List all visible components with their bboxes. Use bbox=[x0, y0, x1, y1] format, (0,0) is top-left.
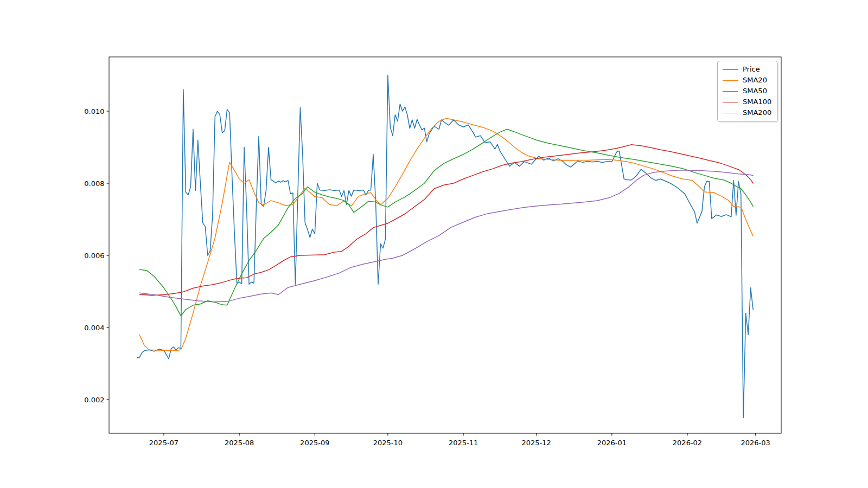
x-axis-tick-label: 2026-01 bbox=[597, 439, 627, 447]
y-axis-tick-label: 0.006 bbox=[84, 252, 104, 260]
legend-entry-sma20: SMA20 bbox=[723, 75, 774, 86]
x-axis-tick-label: 2026-02 bbox=[673, 439, 702, 447]
sma50-line-swatch bbox=[723, 91, 738, 92]
matplotlib-figure: 2025-072025-082025-092025-102025-112025-… bbox=[0, 0, 868, 488]
legend-entry-sma100: SMA100 bbox=[723, 97, 774, 107]
legend-label-sma20: SMA20 bbox=[743, 75, 767, 86]
x-axis-tick-label: 2025-11 bbox=[449, 439, 478, 447]
legend-box: Price SMA20 SMA50 SMA100 SMA200 bbox=[717, 61, 778, 122]
y-axis-tick-label: 0.002 bbox=[84, 396, 104, 404]
x-axis-tick-label: 2025-07 bbox=[149, 439, 178, 447]
x-axis-tick-label: 2025-12 bbox=[522, 439, 551, 447]
legend-entry-sma50: SMA50 bbox=[723, 86, 774, 97]
legend-label-sma50: SMA50 bbox=[743, 86, 767, 97]
plot-frame bbox=[109, 57, 781, 433]
legend-label-sma100: SMA100 bbox=[743, 97, 771, 107]
price-line-swatch bbox=[723, 69, 738, 70]
legend-entry-price: Price bbox=[723, 64, 774, 75]
axes-layer: 2025-072025-082025-092025-102025-112025-… bbox=[84, 107, 770, 447]
y-axis-tick-label: 0.010 bbox=[84, 107, 104, 115]
y-axis-tick-label: 0.008 bbox=[84, 179, 104, 188]
legend-entry-sma200: SMA200 bbox=[723, 107, 774, 118]
sma200-line bbox=[139, 170, 753, 302]
price-line bbox=[137, 75, 754, 418]
legend-label-price: Price bbox=[743, 64, 760, 75]
sma200-line-swatch bbox=[723, 113, 738, 113]
sma20-line-swatch bbox=[723, 80, 738, 81]
x-axis-tick-label: 2025-08 bbox=[225, 439, 254, 447]
x-axis-tick-label: 2026-03 bbox=[741, 439, 770, 447]
x-axis-tick-label: 2025-10 bbox=[373, 439, 403, 447]
y-axis-tick-label: 0.004 bbox=[84, 324, 104, 332]
legend-label-sma200: SMA200 bbox=[743, 107, 771, 118]
series-layer bbox=[137, 75, 754, 418]
sma100-line-swatch bbox=[723, 102, 738, 102]
x-axis-tick-label: 2025-09 bbox=[300, 439, 329, 447]
